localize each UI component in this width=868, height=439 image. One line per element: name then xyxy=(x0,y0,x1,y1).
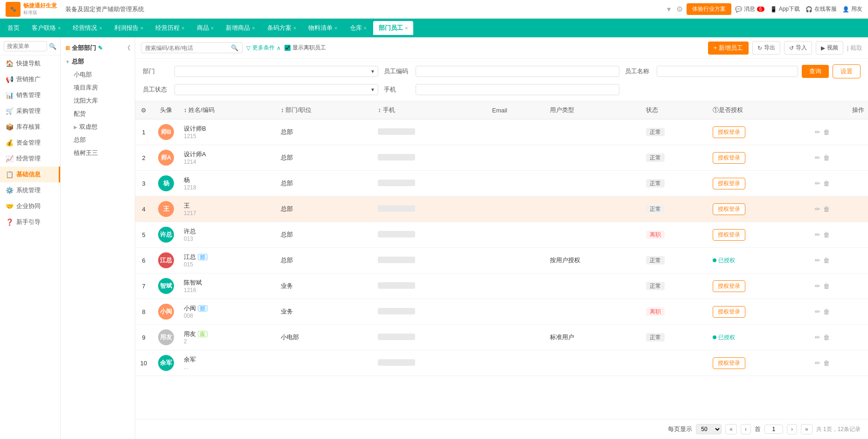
dept-group-zongbu[interactable]: ▼ 总部 xyxy=(61,55,135,68)
tab-employees[interactable]: 部门员工× xyxy=(373,21,413,35)
filter-empcode-input[interactable] xyxy=(416,66,619,77)
page-input[interactable] xyxy=(764,425,783,434)
sidebar-item-guide[interactable]: ❓ 新手引导 xyxy=(0,214,60,230)
edit-icon[interactable]: ✏ xyxy=(815,334,820,341)
delete-icon[interactable]: 🗑 xyxy=(823,308,830,315)
experience-button[interactable]: 体验行业方案 xyxy=(687,3,731,15)
show-resigned-label[interactable]: 显示离职员工 xyxy=(285,44,326,52)
filter-dept-select[interactable]: ▾ xyxy=(174,66,378,77)
close-icon[interactable]: × xyxy=(99,25,102,31)
tab-goods[interactable]: 商品× xyxy=(191,21,219,35)
dept-item-xiaodian[interactable]: 小电部 xyxy=(61,68,135,81)
import-button[interactable]: ↺ 导入 xyxy=(784,41,812,55)
per-page-select[interactable]: 50 100 200 xyxy=(696,424,722,434)
dept-item-project[interactable]: 项目库房 xyxy=(61,81,135,94)
first-page-button[interactable]: « xyxy=(725,424,737,434)
system-title-dropdown[interactable]: ▾ xyxy=(667,5,671,14)
settings-icon[interactable]: ⚙ xyxy=(676,5,683,14)
authorize-button[interactable]: 授权登录 xyxy=(713,152,745,164)
last-page-button[interactable]: » xyxy=(801,424,812,434)
edit-icon[interactable]: ✏ xyxy=(815,180,820,187)
edit-icon[interactable]: ✏ xyxy=(815,282,820,290)
view-button[interactable]: ▶ 视频 xyxy=(816,41,843,55)
message-button[interactable]: 💬 消息 6 xyxy=(735,5,764,13)
close-icon[interactable]: × xyxy=(293,25,296,31)
dept-item-shenyang[interactable]: 沈阳大库 xyxy=(61,94,135,107)
close-icon[interactable]: × xyxy=(252,25,255,31)
filter-settings-button[interactable]: 设置 xyxy=(833,64,861,78)
dept-collapse-icon[interactable]: 《 xyxy=(125,44,130,52)
filter-more-button[interactable]: ▽ 更多条件 ∧ xyxy=(246,44,281,52)
sidebar-item-sales[interactable]: 📊 销售管理 xyxy=(0,87,60,103)
authorize-button[interactable]: 授权登录 xyxy=(713,126,745,138)
search-input[interactable] xyxy=(145,45,229,51)
tab-operation[interactable]: 经营情况× xyxy=(67,21,107,35)
edit-icon[interactable]: ✏ xyxy=(815,128,820,136)
delete-icon[interactable]: 🗑 xyxy=(823,282,830,290)
authorize-button[interactable]: 授权登录 xyxy=(713,357,745,369)
dept-item-zhishu[interactable]: 植树王三 xyxy=(61,146,135,160)
dept-edit-icon[interactable]: ✎ xyxy=(98,45,103,51)
sidebar-item-operations[interactable]: 📈 经营管理 xyxy=(0,151,60,167)
authorize-button[interactable]: 授权登录 xyxy=(713,229,745,241)
tab-customer[interactable]: 客户联络× xyxy=(26,21,66,35)
sidebar-search-input[interactable] xyxy=(4,41,47,51)
edit-icon[interactable]: ✏ xyxy=(815,359,820,367)
user-avatar[interactable]: 👤 用友 xyxy=(842,5,862,13)
edit-icon[interactable]: ✏ xyxy=(815,231,820,238)
dept-item-peihuo[interactable]: 配货 xyxy=(61,107,135,120)
add-employee-button[interactable]: + 新增员工 xyxy=(708,42,749,55)
sidebar-item-basic[interactable]: 📋 基础信息 xyxy=(0,167,60,182)
filter-empname-input[interactable] xyxy=(657,66,798,77)
query-button[interactable]: 查询 xyxy=(802,65,829,78)
delete-icon[interactable]: 🗑 xyxy=(823,359,830,367)
delete-icon[interactable]: 🗑 xyxy=(823,180,830,187)
tab-history[interactable]: 经营历程× xyxy=(150,21,190,35)
close-icon[interactable]: × xyxy=(58,25,61,31)
filter-phone-input[interactable] xyxy=(416,84,619,95)
sidebar-item-nav[interactable]: 🏠 快捷导航 xyxy=(0,56,60,71)
tab-barcode[interactable]: 条码方案× xyxy=(262,21,302,35)
close-icon[interactable]: × xyxy=(405,25,408,31)
authorize-button[interactable]: 授权登录 xyxy=(713,203,745,215)
dept-item-shuangxu[interactable]: ▶ 双虚想 xyxy=(61,120,135,133)
delete-icon[interactable]: 🗑 xyxy=(823,257,830,264)
sidebar-item-system[interactable]: ⚙️ 系统管理 xyxy=(0,182,60,198)
tab-new-goods[interactable]: 新增商品× xyxy=(220,21,260,35)
tab-warehouse[interactable]: 仓库× xyxy=(344,21,372,35)
close-icon[interactable]: × xyxy=(334,25,337,31)
close-icon[interactable]: × xyxy=(140,25,143,31)
sidebar-item-inventory[interactable]: 📦 库存核算 xyxy=(0,119,60,135)
online-service-button[interactable]: 🎧 在线客服 xyxy=(806,5,837,13)
delete-icon[interactable]: 🗑 xyxy=(823,128,830,136)
edit-icon[interactable]: ✏ xyxy=(815,154,820,161)
close-icon[interactable]: × xyxy=(181,25,184,31)
more-actions-icon[interactable]: | 截取 xyxy=(847,44,862,52)
close-icon[interactable]: × xyxy=(211,25,214,31)
authorize-button[interactable]: 授权登录 xyxy=(713,280,745,292)
authorize-button[interactable]: 授权登录 xyxy=(713,178,745,189)
delete-icon[interactable]: 🗑 xyxy=(823,154,830,161)
authorize-button[interactable]: 授权登录 xyxy=(713,306,745,318)
show-resigned-checkbox[interactable] xyxy=(285,45,291,51)
delete-icon[interactable]: 🗑 xyxy=(823,205,830,213)
next-page-button[interactable]: › xyxy=(787,424,797,434)
sidebar-item-marketing[interactable]: 📢 营销推广 xyxy=(0,71,60,87)
edit-icon[interactable]: ✏ xyxy=(815,308,820,315)
tab-profit[interactable]: 利润报告× xyxy=(109,21,149,35)
export-button[interactable]: ↻ 导出 xyxy=(752,41,780,55)
edit-icon[interactable]: ✏ xyxy=(815,257,820,264)
sidebar-item-purchase[interactable]: 🛒 采购管理 xyxy=(0,103,60,119)
app-download-button[interactable]: 📱 App下载 xyxy=(770,5,800,13)
sidebar-item-collab[interactable]: 🤝 企业协同 xyxy=(0,198,60,214)
tab-home[interactable]: 首页 xyxy=(2,21,25,35)
filter-empstatus-select[interactable]: ▾ xyxy=(174,84,378,95)
delete-icon[interactable]: 🗑 xyxy=(823,334,830,341)
prev-page-button[interactable]: ‹ xyxy=(741,424,751,434)
close-icon[interactable]: × xyxy=(364,25,367,31)
dept-item-zongbu-sub[interactable]: 总部 xyxy=(61,133,135,146)
sidebar-item-finance[interactable]: 💰 资金管理 xyxy=(0,135,60,151)
edit-icon[interactable]: ✏ xyxy=(815,205,820,213)
tab-bom[interactable]: 物料清单× xyxy=(303,21,343,35)
delete-icon[interactable]: 🗑 xyxy=(823,231,830,238)
